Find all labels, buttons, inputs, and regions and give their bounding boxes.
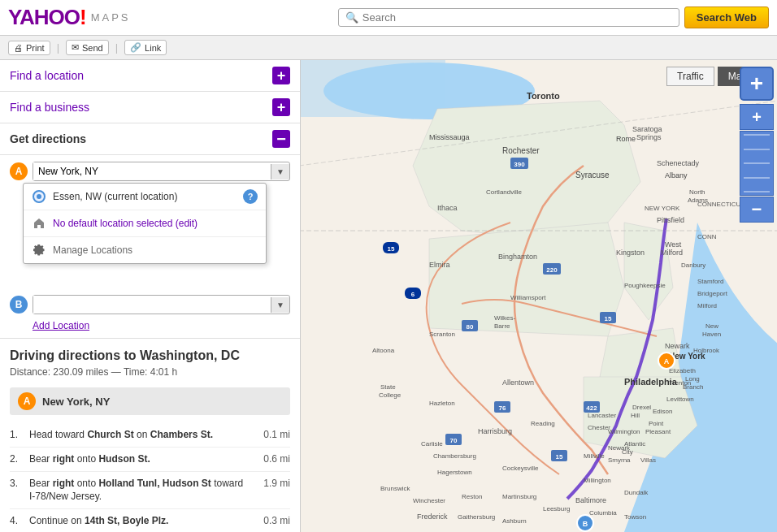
step-4: 4. Continue on 14th St, Boyle Plz. 0.3 m… xyxy=(10,509,290,532)
main-container: Find a location + Find a business + Get … xyxy=(0,60,777,532)
traffic-button[interactable]: Traffic xyxy=(666,67,714,86)
find-business-toggle[interactable]: + xyxy=(272,98,290,116)
svg-text:Cortlandville: Cortlandville xyxy=(486,188,523,196)
svg-text:North: North xyxy=(689,188,705,196)
svg-text:70: 70 xyxy=(450,437,458,444)
svg-text:15: 15 xyxy=(388,245,395,253)
step-4-dist: 0.3 mi xyxy=(254,514,290,528)
question-badge: ? xyxy=(243,189,258,204)
svg-text:Altoona: Altoona xyxy=(372,347,395,354)
search-bar: 🔍 Search Web xyxy=(338,6,769,28)
svg-text:Stamford: Stamford xyxy=(697,278,723,285)
step-3-text: Bear right onto Holland Tunl, Hudson St … xyxy=(23,477,254,504)
map-container[interactable]: 390 220 80 15 76 422 70 15 15 6 Toronto … xyxy=(301,60,777,532)
waypoint-b-input-wrapper: ▼ xyxy=(33,295,290,314)
waypoint-a-dropdown-btn[interactable]: ▼ xyxy=(271,164,289,179)
svg-text:Brunswick: Brunswick xyxy=(380,485,410,492)
print-icon: 🖨 xyxy=(14,43,23,53)
svg-text:Millington: Millington xyxy=(584,477,611,484)
svg-text:Smyrna: Smyrna xyxy=(608,456,631,464)
toolbar-separator-2: | xyxy=(115,41,118,54)
svg-text:Springs: Springs xyxy=(636,133,662,141)
svg-text:CONN: CONN xyxy=(697,233,717,240)
find-location-title: Find a location xyxy=(10,69,84,82)
svg-text:City: City xyxy=(622,448,633,456)
driving-result: Driving directions to Washington, DC Dis… xyxy=(0,339,300,532)
find-business-section[interactable]: Find a business + xyxy=(0,92,300,123)
svg-text:Baltimore: Baltimore xyxy=(575,496,606,504)
svg-text:Hazleton: Hazleton xyxy=(429,400,455,407)
find-business-title: Find a business xyxy=(10,101,89,114)
svg-text:Albany: Albany xyxy=(665,171,688,179)
waypoint-a-input-wrapper: ▼ xyxy=(33,162,290,181)
dropdown-item-default[interactable]: No default location selected (edit) xyxy=(24,210,266,237)
svg-text:Philadelphia: Philadelphia xyxy=(624,377,678,387)
svg-text:Harrisburg: Harrisburg xyxy=(478,427,512,435)
link-label: Link xyxy=(145,43,161,53)
svg-text:422: 422 xyxy=(586,404,597,412)
svg-text:Barre: Barre xyxy=(494,322,510,330)
home-icon xyxy=(32,216,46,231)
search-web-button[interactable]: Search Web xyxy=(684,6,769,28)
add-location-row: Add Location xyxy=(10,319,290,331)
svg-text:390: 390 xyxy=(514,161,525,168)
directions-form: A ▼ Essen, N xyxy=(0,155,300,338)
dropdown-item-current[interactable]: Essen, NW (current location) ? xyxy=(24,184,266,210)
svg-text:Wilmington: Wilmington xyxy=(608,428,640,435)
zoom-plus-large[interactable]: + xyxy=(740,67,774,101)
waypoint-b-dropdown-btn[interactable]: ▼ xyxy=(271,297,289,313)
print-button[interactable]: 🖨 Print xyxy=(8,41,50,55)
current-location-icon xyxy=(32,189,46,204)
svg-text:Ashburn: Ashburn xyxy=(502,517,527,525)
find-location-toggle[interactable]: + xyxy=(272,67,290,84)
svg-text:Levittown: Levittown xyxy=(666,396,694,403)
waypoint-a-input[interactable] xyxy=(33,162,271,180)
steps-list: 1. Head toward Church St on Chambers St.… xyxy=(10,423,290,532)
svg-text:Rome: Rome xyxy=(616,135,636,143)
step-4-text: Continue on 14th St, Boyle Plz. xyxy=(23,514,254,528)
svg-text:Hill: Hill xyxy=(631,412,640,419)
add-location-link[interactable]: Add Location xyxy=(33,320,89,331)
svg-text:Toronto: Toronto xyxy=(527,91,560,101)
svg-text:Scranton: Scranton xyxy=(429,331,455,338)
waypoint-b-badge: B xyxy=(10,296,28,314)
print-label: Print xyxy=(26,43,45,53)
time-label: Time: 4:01 h xyxy=(124,366,177,378)
svg-text:Drexel: Drexel xyxy=(632,404,651,411)
svg-text:Williamsport: Williamsport xyxy=(510,294,546,301)
send-button[interactable]: ✉ Send xyxy=(66,40,109,55)
zoom-in-button[interactable]: + xyxy=(740,104,774,130)
svg-text:76: 76 xyxy=(499,404,506,412)
yahoo-maps-logo: YAHOO! MAPS xyxy=(8,5,130,30)
svg-text:Hagerstown: Hagerstown xyxy=(437,469,472,476)
zoom-bar xyxy=(740,131,774,196)
step-1: 1. Head toward Church St on Chambers St.… xyxy=(10,423,290,448)
svg-text:B: B xyxy=(583,520,588,528)
waypoint-b-input[interactable] xyxy=(33,296,271,314)
dropdown-item-manage[interactable]: Manage Locations xyxy=(24,237,266,263)
svg-text:Pittsfield: Pittsfield xyxy=(657,216,684,224)
map-svg: 390 220 80 15 76 422 70 15 15 6 Toronto … xyxy=(301,60,777,532)
search-icon: 🔍 xyxy=(345,11,358,24)
svg-text:Reston: Reston xyxy=(462,493,482,500)
zoom-out-button[interactable]: − xyxy=(740,197,774,223)
step-2-dist: 0.6 mi xyxy=(254,452,290,466)
link-button[interactable]: 🔗 Link xyxy=(124,40,167,55)
search-input[interactable] xyxy=(362,11,672,24)
find-location-section[interactable]: Find a location + xyxy=(0,60,300,92)
no-default-label: No default location selected (edit) xyxy=(53,218,198,229)
step-1-dist: 0.1 mi xyxy=(254,428,290,442)
svg-text:Villas: Villas xyxy=(640,456,656,464)
step-3-num: 3. xyxy=(10,477,23,491)
svg-text:Frederick: Frederick xyxy=(417,513,448,521)
get-directions-toggle[interactable]: − xyxy=(272,130,290,148)
start-waypoint: A New York, NY xyxy=(10,387,290,415)
send-label: Send xyxy=(82,43,103,53)
svg-text:Pleasant: Pleasant xyxy=(645,428,671,435)
svg-text:West: West xyxy=(665,240,682,249)
driving-directions-title: Driving directions to Washington, DC xyxy=(10,348,290,363)
yahoo-logo-text: YAHOO! xyxy=(8,5,86,30)
svg-text:Allentown: Allentown xyxy=(502,378,534,387)
gear-icon xyxy=(32,243,46,257)
svg-text:Point: Point xyxy=(649,420,664,427)
